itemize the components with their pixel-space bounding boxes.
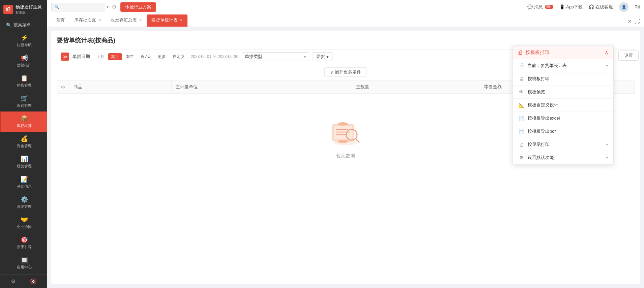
topbar-dropdown-arrow[interactable]: ▾ [107,5,109,9]
app-download-item[interactable]: 📱 App下载 [559,4,583,10]
table-settings-col[interactable]: ⚙ [57,81,69,94]
expand-arrow-down-icon: ∨ [330,70,333,75]
filter-expand-button[interactable]: ≫ [61,53,69,61]
expand-more-arrow-icon: ▾ [326,54,329,59]
tabs-bar: 首页 库存批次账 ✕ 收发存汇总表 ✕ 要货单统计表 ✕ ✕ ⛶ [47,14,644,27]
app-logo: 好 畅捷通好生意 标准版 [0,0,47,19]
tab-order-stats[interactable]: 要货单统计表 ✕ [147,14,187,27]
app-download-label: App下载 [566,4,583,10]
dropdown-item-template-excel[interactable]: 📄 按模板导出excel [513,112,613,125]
topbar-search-box[interactable]: 🔍 [51,3,105,11]
dropdown-close-button[interactable]: ∧ [605,49,609,56]
page-title: 要货单统计表(按商品) [57,36,635,44]
date-filter-label: 单据日期 [72,54,90,60]
settings-button[interactable]: 设置 [618,51,639,61]
table-settings-icon: ⚙ [61,85,65,90]
date-option-7days[interactable]: 近7天 [138,53,154,60]
date-option-this-month[interactable]: 本月 [108,53,122,60]
topbar-right: 💬 消息 99+ 📱 App下载 🎧 在线客服 👤 Rit [527,2,640,12]
dropdown-section-default-left: ⚙ 设置默认功能 [518,155,554,161]
topbar-left: 🔍 ▾ ⚙ 体验行业方案 [51,2,527,12]
guide-icon: 🎯 [21,236,28,244]
date-option-more[interactable]: 更多 [155,53,169,60]
sidebar-item-label: 资金管理 [17,143,32,149]
sidebar-item-inventory[interactable]: 📦 库存核算 [0,111,47,132]
current-template-icon: 📄 [518,63,524,68]
search-icon: 🔍 [6,23,11,28]
dropdown-item-template-design[interactable]: 📐 模板自定义设计 [513,99,613,112]
tab-receivable-summary[interactable]: 收发存汇总表 ✕ [106,14,147,27]
template-excel-label: 按模板导出excel [528,115,560,121]
sidebar-item-sales[interactable]: 📋 销售管理 [0,71,47,91]
default-func-icon: ⚙ [518,155,524,160]
current-template-label: 当前：要货单统计表 [527,63,567,69]
dropdown-section-default-func[interactable]: ⚙ 设置默认功能 ▾ [513,151,613,164]
sidebar-item-basic[interactable]: 📝 基础信息 [0,172,47,192]
sidebar-item-system[interactable]: ⚙️ 系统管理 [0,192,47,213]
sidebar-item-label: 采购管理 [17,103,32,108]
current-template-item[interactable]: 📄 当前：要货单统计表 ▾ [513,59,613,72]
tab-receivable-summary-close[interactable]: ✕ [139,18,142,23]
settings-footer-icon[interactable]: ⚙ [11,278,16,285]
filter-type-select[interactable]: 单据类型 ▾ [242,52,309,61]
sidebar-item-collab[interactable]: 🤝 企业协同 [0,213,47,233]
trial-button[interactable]: 体验行业方案 [120,2,156,12]
dropdown-printer-icon: 🖨 [518,50,523,56]
sidebar-item-label: 营销推广 [17,63,32,68]
template-print-icon: 🖨 [518,76,524,82]
template-excel-icon: 📄 [518,116,524,121]
system-icon: ⚙️ [21,196,28,203]
svg-point-10 [338,140,348,143]
date-option-this-year[interactable]: 本年 [123,53,137,60]
tab-close-all-icon[interactable]: ✕ [627,18,632,25]
marketing-icon: 📢 [21,54,28,62]
default-func-label: 设置默认功能 [528,155,554,161]
message-item[interactable]: 💬 消息 99+ [527,4,553,10]
dropdown-title: 🖨 按模板打印 [518,50,549,56]
table-header-product: 商品 [69,81,172,94]
sidebar-item-operation[interactable]: 📊 经营管理 [0,152,47,172]
sidebar-item-label: 基础信息 [17,184,32,189]
sidebar-search[interactable]: 🔍 搜索菜单 [0,19,47,31]
logo-icon: 好 [3,5,13,14]
sidebar-item-guide[interactable]: 🎯 新手引导 [0,233,47,253]
sound-footer-icon[interactable]: 🔇 [30,278,37,285]
filter-more-button[interactable]: 要货 ▾ [313,52,332,61]
collab-icon: 🤝 [21,216,28,223]
online-service-item[interactable]: 🎧 在线客服 [589,4,613,10]
topbar-gear-icon[interactable]: ⚙ [112,4,116,10]
sidebar-footer: ⚙ 🔇 [0,275,47,288]
empty-icon [325,114,366,148]
sidebar-item-quick-nav[interactable]: ⚡ 快捷导航 [0,31,47,51]
app-name: 畅捷通好生意 [16,4,42,10]
tab-inventory-batch-close[interactable]: ✕ [98,18,101,23]
default-func-arrow-icon: ▾ [606,155,608,160]
date-option-custom[interactable]: 自定义 [170,53,187,60]
message-icon: 💬 [527,4,533,9]
tab-inventory-batch[interactable]: 库存批次账 ✕ [69,14,106,27]
sidebar-item-marketing[interactable]: 📢 营销推广 [0,51,47,71]
dropdown-section-display-print[interactable]: 🖨 按显示打印 ▾ [513,138,613,151]
online-service-label: 在线客服 [595,4,613,10]
tab-maximize-icon[interactable]: ⛶ [635,19,640,25]
tab-order-stats-close[interactable]: ✕ [180,18,183,23]
avatar[interactable]: 👤 [619,2,628,12]
sidebar-item-appstore[interactable]: 🔲 应用中心 [0,253,47,273]
tab-home[interactable]: 首页 [51,14,69,27]
sidebar-item-label: 快捷导航 [17,42,32,47]
date-range-text: 2023-06-01 至 2023-06-30 [191,54,238,60]
dropdown-item-template-preview[interactable]: 👁 模板预览 [513,86,613,99]
dropdown-item-template-pdf[interactable]: 📄 按模板导出pdf [513,125,613,138]
dropdown-section-display-left: 🖨 按显示打印 [518,141,550,148]
dropdown-header: 🖨 按模板打印 ∧ [513,46,613,59]
tab-order-stats-label: 要货单统计表 [151,17,178,23]
filter-type-label: 单据类型 [245,54,262,60]
expand-more-button[interactable]: ∨ 展开更多条件 [324,67,367,77]
dropdown-title-text: 按模板打印 [526,50,549,56]
dropdown-item-template-print[interactable]: 🖨 按模板打印 [513,72,613,86]
sidebar-item-purchase[interactable]: 🛒 采购管理 [0,91,47,111]
sidebar-item-label: 经营管理 [17,164,32,169]
date-option-last-month[interactable]: 上月 [93,53,107,60]
sidebar-item-finance[interactable]: 💰 资金管理 [0,132,47,152]
sidebar-nav: ⚡ 快捷导航 📢 营销推广 📋 销售管理 🛒 采购管理 📦 库存核算 💰 资金管… [0,31,47,275]
